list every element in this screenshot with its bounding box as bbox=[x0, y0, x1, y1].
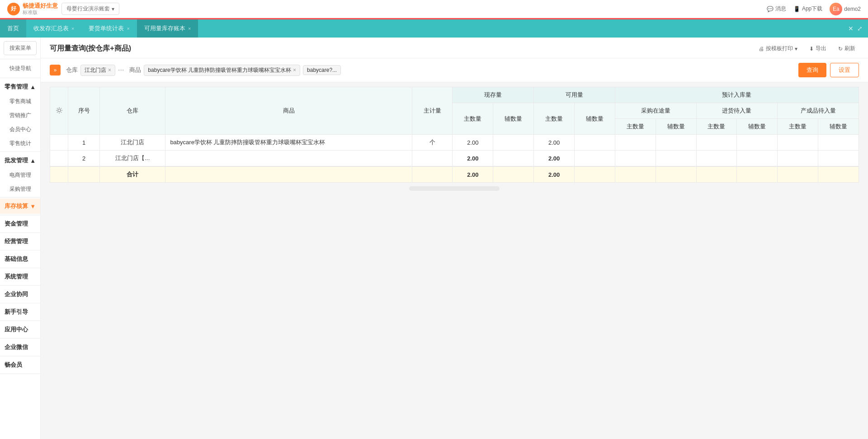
sidebar-section-basic-header[interactable]: 基础信息 bbox=[0, 251, 40, 267]
sidebar-section-appcenter: 应用中心 bbox=[0, 321, 40, 339]
sidebar-section-business-header[interactable]: 经营管理 bbox=[0, 234, 40, 249]
close-tab-btn[interactable]: ✕ bbox=[848, 25, 854, 32]
sidebar-section-appcenter-header[interactable]: 应用中心 bbox=[0, 322, 40, 337]
row2-available-aux bbox=[575, 151, 615, 167]
sidebar-item-purchase[interactable]: 采购管理 bbox=[0, 182, 40, 196]
col-pt-main-header: 主数量 bbox=[615, 119, 656, 135]
col-available-aux-header: 辅数量 bbox=[575, 103, 615, 135]
product-tag-1-close[interactable]: × bbox=[293, 67, 296, 73]
sidebar-section-wxenterprise-header[interactable]: 企业微信 bbox=[0, 340, 40, 355]
row1-pt-main bbox=[615, 135, 656, 151]
product-tag-1[interactable]: babycare学饮杯 儿童防摔防撞吸管杯重力球吸嘴杯宝宝水杯 × bbox=[144, 65, 300, 76]
top-bar-right: 💬 消息 📱 App下载 Ea demo2 bbox=[767, 3, 861, 15]
retail-arrow-icon: ▲ bbox=[30, 84, 36, 90]
print-icon: 🖨 bbox=[759, 46, 764, 52]
sidebar-item-ecommerce[interactable]: 电商管理 bbox=[0, 168, 40, 182]
wholesale-arrow-icon: ▲ bbox=[30, 157, 36, 164]
logo-line2: 标准版 bbox=[23, 9, 58, 15]
sidebar-section-inventory: 库存核算 ▼ bbox=[0, 198, 40, 215]
row1-pp-aux bbox=[818, 135, 859, 151]
row2-available-main: 2.00 bbox=[534, 151, 575, 167]
row1-stock-main: 2.00 bbox=[453, 135, 493, 151]
print-template-btn[interactable]: 🖨 按模板打印 ▾ bbox=[755, 43, 801, 54]
sidebar-item-quick-nav[interactable]: 快捷导航 bbox=[0, 61, 40, 76]
col-goods-pending-group: 进货待入量 bbox=[696, 103, 778, 119]
col-pp-aux-header: 辅数量 bbox=[818, 119, 859, 135]
total-unit bbox=[412, 166, 453, 183]
tab-receivable[interactable]: 收发存汇总表 × bbox=[26, 19, 81, 38]
tab-receivable-close[interactable]: × bbox=[71, 26, 74, 31]
filter-actions: 查询 设置 bbox=[798, 63, 859, 77]
top-bar: 好 畅捷通好生意 标准版 母婴行业演示账套 ▾ 💬 消息 📱 App下载 Ea … bbox=[0, 0, 868, 18]
sidebar-item-retail-mall[interactable]: 零售商城 bbox=[0, 94, 40, 109]
row1-stock-aux bbox=[493, 135, 534, 151]
tab-order-stats[interactable]: 要货单统计表 × bbox=[81, 19, 137, 38]
sidebar-section-member-header[interactable]: 畅会员 bbox=[0, 357, 40, 373]
sidebar-section-wxenterprise: 企业微信 bbox=[0, 339, 40, 356]
sidebar-item-member-center[interactable]: 会员中心 bbox=[0, 123, 40, 137]
total-pp-main bbox=[778, 166, 818, 183]
sidebar-section-enterprise-header[interactable]: 企业协同 bbox=[0, 287, 40, 302]
tab-available-stock[interactable]: 可用量库存账本 × bbox=[137, 19, 198, 38]
wholesale-label: 批发管理 bbox=[5, 156, 28, 165]
export-btn[interactable]: ⬇ 导出 bbox=[806, 43, 830, 54]
sidebar-section-inventory-header[interactable]: 库存核算 ▼ bbox=[0, 198, 40, 214]
print-chevron-icon: ▾ bbox=[795, 46, 797, 52]
product-tag-2[interactable]: babycare?... bbox=[303, 65, 341, 75]
col-gp-aux-header: 辅数量 bbox=[737, 119, 778, 135]
sidebar-section-finance-header[interactable]: 资金管理 bbox=[0, 216, 40, 231]
sidebar-section-system-header[interactable]: 系统管理 bbox=[0, 269, 40, 284]
sidebar-item-marketing[interactable]: 营销推广 bbox=[0, 109, 40, 123]
tab-order-stats-close[interactable]: × bbox=[127, 26, 129, 31]
row1-index: 1 bbox=[68, 135, 100, 151]
sidebar-section-retail-header[interactable]: 零售管理 ▲ bbox=[0, 79, 40, 94]
row2-pt-main bbox=[615, 151, 656, 167]
total-pt-main bbox=[615, 166, 656, 183]
sidebar-search: 搜索菜单 bbox=[0, 38, 40, 59]
tab-home-label: 首页 bbox=[7, 24, 19, 33]
filter-expand-btn[interactable]: » bbox=[50, 65, 61, 76]
message-btn[interactable]: 💬 消息 bbox=[767, 5, 786, 13]
col-purchase-transit-group: 采购在途量 bbox=[615, 103, 696, 119]
row2-stock-main: 2.00 bbox=[453, 151, 493, 167]
avatar: Ea bbox=[830, 3, 842, 15]
row2-index: 2 bbox=[68, 151, 100, 167]
warehouse-more-icon[interactable]: ··· bbox=[118, 66, 124, 74]
row1-product: babycare学饮杯 儿童防摔防撞吸管杯重力球吸嘴杯宝宝水杯 bbox=[165, 135, 412, 151]
page-title: 可用量查询(按仓库+商品) bbox=[50, 44, 131, 53]
warehouse-tag[interactable]: 江北门店 × bbox=[80, 65, 115, 76]
sidebar-section-wholesale-header[interactable]: 批发管理 ▲ bbox=[0, 153, 40, 168]
row1-gp-aux bbox=[737, 135, 778, 151]
col-settings-header[interactable] bbox=[50, 87, 68, 135]
table-scroll-bar[interactable] bbox=[409, 186, 500, 191]
row1-pt-aux bbox=[656, 135, 696, 151]
sidebar-section-business: 经营管理 bbox=[0, 233, 40, 250]
logo-line1: 畅捷通好生意 bbox=[23, 2, 58, 9]
query-btn[interactable]: 查询 bbox=[798, 63, 826, 77]
sidebar-section-newguide-header[interactable]: 新手引导 bbox=[0, 304, 40, 320]
newguide-label: 新手引导 bbox=[5, 308, 28, 316]
warehouse-tag-close[interactable]: × bbox=[108, 67, 111, 73]
col-production-pending-group: 产成品待入量 bbox=[778, 103, 859, 119]
app-download-btn[interactable]: 📱 App下载 bbox=[793, 5, 822, 13]
row2-pt-aux bbox=[656, 151, 696, 167]
tab-available-stock-close[interactable]: × bbox=[188, 26, 191, 31]
app-icon: 📱 bbox=[793, 6, 800, 12]
col-group-estimated-header: 预计入库量 bbox=[615, 87, 859, 103]
tab-home[interactable]: 首页 bbox=[0, 19, 26, 38]
maximize-btn[interactable]: ⤢ bbox=[857, 25, 863, 32]
total-available-main: 2.00 bbox=[534, 166, 575, 183]
user-area[interactable]: Ea demo2 bbox=[830, 3, 861, 15]
svg-point-0 bbox=[58, 109, 61, 112]
refresh-btn[interactable]: ↻ 刷新 bbox=[835, 43, 859, 54]
sidebar-item-retail-stats[interactable]: 零售统计 bbox=[0, 137, 40, 151]
inventory-label: 库存核算 bbox=[5, 202, 28, 210]
industry-selector[interactable]: 母婴行业演示账套 ▾ bbox=[61, 3, 119, 15]
sidebar-section-member: 畅会员 bbox=[0, 356, 40, 374]
nav-tabs: 首页 收发存汇总表 × 要货单统计表 × 可用量库存账本 × ✕ ⤢ bbox=[0, 19, 868, 38]
settings-btn[interactable]: 设置 bbox=[830, 63, 859, 77]
appcenter-label: 应用中心 bbox=[5, 326, 28, 334]
search-menu-btn[interactable]: 搜索菜单 bbox=[4, 41, 37, 55]
logo-icon: 好 bbox=[7, 3, 20, 15]
total-stock-aux bbox=[493, 166, 534, 183]
